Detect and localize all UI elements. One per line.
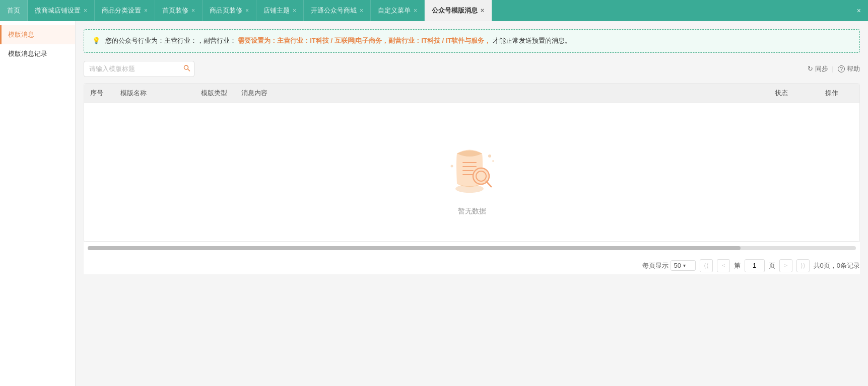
data-table: 序号 模版名称 模版类型 消息内容 状态 操作: [84, 84, 859, 242]
nav-tab-productpage-label: 商品页装修: [210, 6, 242, 15]
col-index: 序号: [84, 84, 114, 103]
sidebar-item-template-msg[interactable]: 模版消息: [0, 25, 75, 44]
svg-line-1: [188, 69, 190, 71]
prev-page-button[interactable]: ＜: [717, 259, 730, 272]
sidebar-item-template-log[interactable]: 模版消息记录: [0, 44, 75, 63]
close-theme-icon[interactable]: ×: [293, 7, 296, 14]
table-body: 暂无数据: [84, 103, 859, 241]
svg-line-9: [486, 181, 491, 187]
notice-text1: 您的公众号行业为：主营行业：，副营行业：: [105, 37, 236, 44]
page-size-prefix-label: 每页显示: [642, 261, 669, 270]
sync-button[interactable]: ↻ 同步: [808, 64, 828, 73]
page-number-input[interactable]: [745, 259, 765, 272]
page-unit-label: 页: [769, 261, 775, 270]
nav-tab-homepage[interactable]: 首页装修 ×: [155, 0, 203, 21]
close-homepage-icon[interactable]: ×: [191, 7, 195, 14]
notice-banner: 💡 您的公众号行业为：主营行业：，副营行业： 需要设置为：主营行业：IT科技 /…: [84, 29, 860, 53]
sidebar-item-template-msg-label: 模版消息: [8, 31, 34, 38]
nav-tab-productpage[interactable]: 商品页装修 ×: [203, 0, 256, 21]
toolbar-right: ↻ 同步 | ? 帮助: [808, 64, 860, 73]
bulb-icon: 💡: [92, 37, 100, 44]
table-head: 序号 模版名称 模版类型 消息内容 状态 操作: [84, 84, 859, 103]
sidebar: 模版消息 模版消息记录: [0, 21, 76, 386]
nav-tab-weishop-label: 微商城店铺设置: [35, 6, 81, 15]
content-area: 💡 您的公众号行业为：主营行业：，副营行业： 需要设置为：主营行业：IT科技 /…: [76, 21, 868, 386]
page-size-chevron-icon: ▾: [683, 263, 686, 268]
page-size-section: 每页显示 50 ▾: [642, 260, 696, 271]
close-templatemsg-icon[interactable]: ×: [481, 7, 484, 14]
notice-text2: 需要设置为：主营行业：IT科技 / 互联网|电子商务，副营行业：IT科技 / I…: [238, 37, 491, 44]
page-size-value: 50: [674, 262, 681, 269]
close-custommenu-icon[interactable]: ×: [414, 7, 417, 14]
close-productpage-icon[interactable]: ×: [245, 7, 249, 14]
next-page-button[interactable]: ＞: [779, 259, 792, 272]
nav-tab-custommenu-label: 自定义菜单: [378, 6, 411, 15]
sync-icon: ↻: [808, 65, 813, 72]
search-input[interactable]: [84, 61, 194, 77]
notice-text3: 才能正常发送预置的消息。: [493, 37, 571, 44]
empty-illustration: [442, 138, 502, 199]
global-close-button[interactable]: ×: [850, 0, 868, 21]
nav-tab-templatemsg[interactable]: 公众号模版消息 ×: [425, 0, 492, 21]
nav-tab-home-label: 首页: [7, 6, 20, 15]
nav-tab-weishop[interactable]: 微商城店铺设置 ×: [28, 0, 95, 21]
nav-tab-theme-label: 店铺主题: [263, 6, 290, 15]
nav-tab-templatemsg-label: 公众号模版消息: [432, 6, 478, 15]
table-header-row: 序号 模版名称 模版类型 消息内容 状态 操作: [84, 84, 859, 103]
nav-tab-home[interactable]: 首页: [0, 0, 28, 21]
last-page-button[interactable]: ⟩⟩: [796, 259, 810, 272]
col-type: 模版类型: [195, 84, 235, 103]
global-close-icon: ×: [857, 7, 861, 15]
empty-state-cell: 暂无数据: [84, 103, 859, 241]
close-category-icon[interactable]: ×: [144, 7, 148, 14]
svg-point-10: [488, 155, 491, 158]
search-bar: ↻ 同步 | ? 帮助: [84, 61, 860, 77]
col-status: 状态: [769, 84, 819, 103]
search-input-wrap: [84, 61, 194, 77]
empty-state-row: 暂无数据: [84, 103, 859, 241]
table-scroll-thumb: [88, 246, 741, 250]
pagination-summary: 共0页，0条记录: [814, 261, 860, 270]
nav-tab-category-label: 商品分类设置: [102, 6, 141, 15]
page-word-label: 第: [734, 261, 741, 270]
empty-text: 暂无数据: [458, 207, 486, 216]
col-name: 模版名称: [114, 84, 195, 103]
close-weishop-icon[interactable]: ×: [84, 7, 87, 14]
table-wrapper: 序号 模版名称 模版类型 消息内容 状态 操作: [84, 83, 860, 242]
nav-tab-homepage-label: 首页装修: [162, 6, 188, 15]
svg-point-12: [450, 165, 453, 167]
table-scrollbar-container: [84, 242, 860, 254]
help-icon: ?: [838, 65, 845, 72]
close-wechatmall-icon[interactable]: ×: [360, 7, 363, 14]
nav-tab-wechatmall[interactable]: 开通公众号商城 ×: [304, 0, 371, 21]
first-page-button[interactable]: ⟨⟨: [700, 259, 713, 272]
top-nav: 首页 微商城店铺设置 × 商品分类设置 × 首页装修 × 商品页装修 × 店铺主…: [0, 0, 868, 21]
search-button[interactable]: [183, 64, 190, 73]
toolbar-divider: |: [832, 65, 834, 72]
nav-tab-theme[interactable]: 店铺主题 ×: [256, 0, 304, 21]
pagination-bar: 每页显示 50 ▾ ⟨⟨ ＜ 第 页 ＞ ⟩⟩ 共0页，0条记录: [84, 254, 860, 274]
nav-tab-wechatmall-label: 开通公众号商城: [311, 6, 357, 15]
nav-tab-category[interactable]: 商品分类设置 ×: [95, 0, 155, 21]
main-layout: 模版消息 模版消息记录 💡 您的公众号行业为：主营行业：，副营行业： 需要设置为…: [0, 21, 868, 386]
sidebar-item-template-log-label: 模版消息记录: [8, 50, 47, 57]
help-label: 帮助: [847, 64, 860, 73]
sync-label: 同步: [815, 64, 828, 73]
col-action: 操作: [819, 84, 859, 103]
col-content: 消息内容: [235, 84, 769, 103]
svg-point-11: [492, 160, 494, 162]
page-size-selector[interactable]: 50 ▾: [671, 260, 696, 271]
empty-state: 暂无数据: [90, 108, 853, 236]
table-scroll-bar[interactable]: [88, 246, 856, 250]
nav-tab-custommenu[interactable]: 自定义菜单 ×: [371, 0, 425, 21]
help-button[interactable]: ? 帮助: [838, 64, 860, 73]
